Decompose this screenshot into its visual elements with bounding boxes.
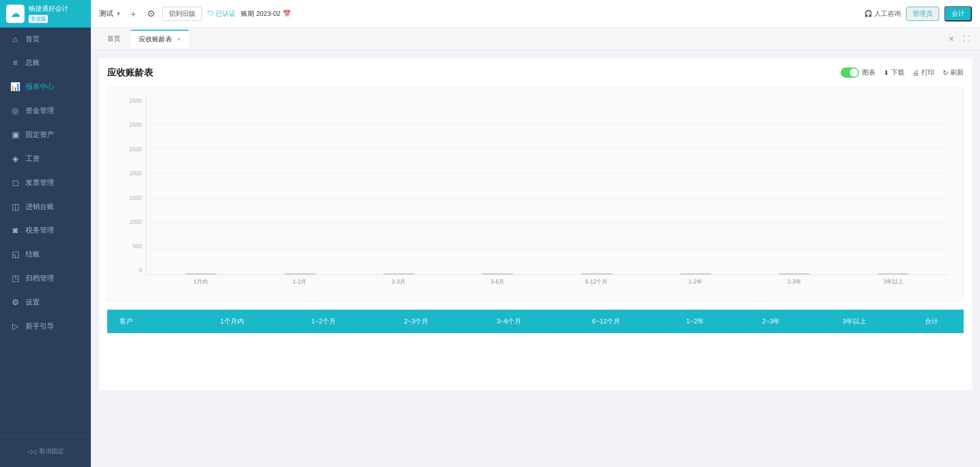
invoice-icon: ◻ <box>10 178 20 188</box>
bar-6-12month <box>581 273 612 274</box>
chart-toggle[interactable]: 图表 <box>841 67 875 78</box>
chart-plot: 1月内 1-2月 2-3月 3-6月 6-12个月 1-2年 2-3年 3年以上 <box>146 98 948 286</box>
archive-icon: ◳ <box>10 273 20 283</box>
bar-2-3month <box>383 273 414 274</box>
closing-icon: ◱ <box>10 249 20 259</box>
app-edition: 专业版 <box>29 15 48 23</box>
bar-group-2-3year <box>779 273 810 274</box>
col-1month: 1个月内 <box>187 310 277 333</box>
sidebar-item-guide[interactable]: ▷ 新手引导 <box>0 314 91 338</box>
report-card: 应收账龄表 图表 ⬇ 下载 🖨 打印 ↻ <box>99 58 972 390</box>
admin-button[interactable]: 管理员 <box>906 7 939 21</box>
gear-button[interactable]: ⚙ <box>145 6 157 21</box>
print-button[interactable]: 🖨 打印 <box>913 68 935 77</box>
switch-old-version-button[interactable]: 切到旧版 <box>162 7 202 21</box>
tab-close-icon[interactable]: × <box>177 36 181 43</box>
download-label: 下载 <box>891 68 904 77</box>
assets-icon: ▣ <box>10 130 20 139</box>
certified-badge: 🛡 已认证 <box>207 9 236 18</box>
x-label-3plus: 3年以上 <box>878 278 909 286</box>
y-label-2500a: 2500 <box>130 98 142 104</box>
headset-icon: 🎧 <box>864 10 872 17</box>
sidebar-item-ledger[interactable]: ≡ 总账 <box>0 51 91 75</box>
y-label-2500c: 2500 <box>130 146 142 152</box>
tab-aging-label: 应收账龄表 <box>139 35 172 43</box>
sidebar-item-invoice[interactable]: ◻ 发票管理 <box>0 171 91 195</box>
project-dropdown-icon: ▼ <box>115 10 121 17</box>
x-label-6-12month: 6-12个月 <box>581 278 611 286</box>
col-2-3year: 2~3年 <box>733 310 809 333</box>
project-selector[interactable]: 测试 ▼ <box>99 9 121 18</box>
bar-group-6-12month <box>581 273 612 274</box>
sidebar: ☁ 畅捷通好会计 专业版 ⌂ 首页 ≡ 总账 📊 报表中心 ◎ 资金管理 ▣ 固… <box>0 0 91 467</box>
period-value: 2023-02 <box>256 10 281 17</box>
expand-panel-button[interactable]: ⛶ <box>961 33 972 45</box>
sidebar-item-archive[interactable]: ◳ 归档管理 <box>0 266 91 290</box>
x-label-2-3year: 2-3年 <box>779 278 810 286</box>
role-button[interactable]: 会计 <box>944 6 972 21</box>
add-button[interactable]: ＋ <box>127 6 140 22</box>
col-6-12month: 6~12个月 <box>555 310 657 333</box>
app-name: 畅捷通好会计 <box>29 5 68 13</box>
report-title: 应收账龄表 <box>107 66 153 79</box>
chart-toggle-switch[interactable] <box>841 67 859 78</box>
sidebar-item-salary[interactable]: ◈ 工资 <box>0 147 91 171</box>
chart-bars-area <box>146 98 948 275</box>
col-3plus: 3年以上 <box>809 310 899 333</box>
sidebar-label-trade: 进销台账 <box>26 202 54 212</box>
sidebar-label-settings: 设置 <box>26 298 40 307</box>
funds-icon: ◎ <box>10 106 20 115</box>
content-area: 应收账龄表 图表 ⬇ 下载 🖨 打印 ↻ <box>91 50 980 467</box>
sidebar-label-assets: 固定资产 <box>26 130 54 139</box>
sidebar-item-funds[interactable]: ◎ 资金管理 <box>0 99 91 123</box>
table-header-row: 客户 1个月内 1~2个月 2~3个月 3~6个月 6~12个月 1~2年 2~… <box>107 310 964 333</box>
sidebar-item-reports[interactable]: 📊 报表中心 <box>0 75 91 99</box>
bar-group-1month <box>186 273 216 274</box>
shield-icon: 🛡 <box>207 10 214 17</box>
unpin-button[interactable]: ◁◁ 取消固定 <box>0 442 91 461</box>
chart-x-labels: 1月内 1-2月 2-3月 3-6月 6-12个月 1-2年 2-3年 3年以上 <box>146 275 948 286</box>
bar-3-6month <box>482 273 513 274</box>
bar-group-2-3month <box>383 273 414 274</box>
report-actions: 图表 ⬇ 下载 🖨 打印 ↻ 刷新 <box>841 67 964 78</box>
sidebar-item-tax[interactable]: ◙ 税务管理 <box>0 219 91 242</box>
print-label: 打印 <box>921 68 935 77</box>
chart-y-axis: 2500 2500 2500 2000 1500 1000 500 0 <box>123 98 146 286</box>
sidebar-item-trade[interactable]: ◫ 进销台账 <box>0 195 91 219</box>
consultant-button[interactable]: 🎧 人工咨询 <box>864 9 901 18</box>
project-name: 测试 <box>99 9 113 18</box>
sidebar-item-settings[interactable]: ⚙ 设置 <box>0 290 91 314</box>
trade-icon: ◫ <box>10 202 20 212</box>
y-label-1500: 1500 <box>130 195 142 201</box>
tab-home-label: 首页 <box>107 35 120 42</box>
topbar: 测试 ▼ ＋ ⚙ 切到旧版 🛡 已认证 账期 2023-02 📅 🎧 人工咨询 … <box>91 0 980 28</box>
x-label-2-3month: 2-3月 <box>383 278 414 286</box>
sidebar-item-assets[interactable]: ▣ 固定资产 <box>0 123 91 147</box>
guide-icon: ▷ <box>10 321 20 331</box>
refresh-icon: ↻ <box>943 69 948 77</box>
ledger-icon: ≡ <box>10 58 20 67</box>
close-panel-button[interactable]: ✕ <box>946 33 957 45</box>
y-label-1000: 1000 <box>130 219 142 225</box>
certified-label: 已认证 <box>216 9 236 18</box>
sidebar-nav: ⌂ 首页 ≡ 总账 📊 报表中心 ◎ 资金管理 ▣ 固定资产 ◈ 工资 ◻ 发票… <box>0 28 91 435</box>
bar-1month <box>186 273 216 274</box>
tab-home[interactable]: 首页 <box>99 30 129 48</box>
refresh-button[interactable]: ↻ 刷新 <box>943 68 964 77</box>
sidebar-label-reports: 报表中心 <box>26 82 54 91</box>
unpin-label: 取消固定 <box>39 447 64 456</box>
y-label-0: 0 <box>139 267 142 273</box>
col-customer: 客户 <box>107 310 187 333</box>
period-selector[interactable]: 账期 2023-02 📅 <box>241 9 291 18</box>
tab-aging-report[interactable]: 应收账龄表 × <box>131 30 189 48</box>
download-button[interactable]: ⬇ 下载 <box>884 68 904 77</box>
salary-icon: ◈ <box>10 154 20 164</box>
x-label-3-6month: 3-6月 <box>482 278 513 286</box>
sidebar-item-closing[interactable]: ◱ 结账 <box>0 242 91 266</box>
refresh-label: 刷新 <box>950 68 964 77</box>
y-label-500: 500 <box>133 243 142 249</box>
report-header: 应收账龄表 图表 ⬇ 下载 🖨 打印 ↻ <box>107 66 964 79</box>
download-icon: ⬇ <box>884 69 889 77</box>
chart-inner: 2500 2500 2500 2000 1500 1000 500 0 <box>123 98 948 286</box>
sidebar-item-home[interactable]: ⌂ 首页 <box>0 28 91 51</box>
